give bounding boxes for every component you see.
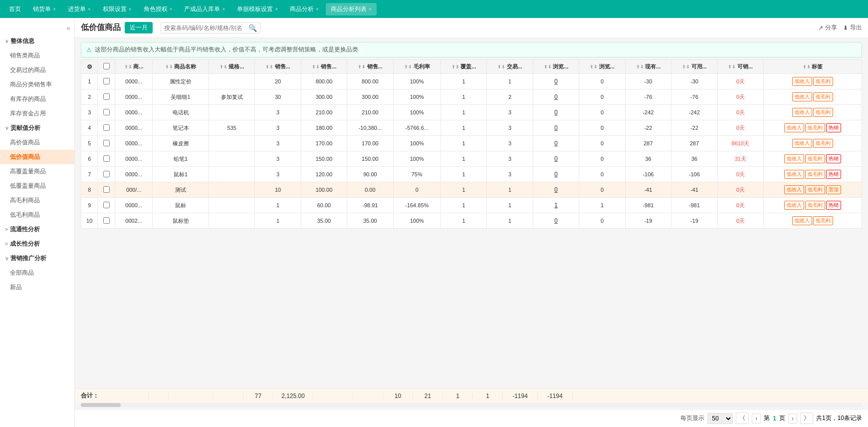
browse1-link[interactable]: 0 <box>554 78 558 85</box>
export-button[interactable]: ⬇ 导出 <box>843 23 862 32</box>
col-header-spec[interactable]: ⬆⬇ 规格... <box>209 60 254 74</box>
sidebar-item-商品分类销售率[interactable]: 商品分类销售率 <box>0 77 74 92</box>
nav-close-权限设置[interactable]: × <box>129 6 132 12</box>
nav-item-首页[interactable]: 首页 <box>4 3 26 15</box>
col-header-coverage[interactable]: ⬆⬇ 覆盖... <box>440 60 486 74</box>
col-header-sale_price[interactable]: ⬆⬇ 销售... <box>301 60 347 74</box>
first-page-button[interactable]: 《 <box>736 413 749 424</box>
col-header-margin[interactable]: ⬆⬇ 毛利率 <box>393 60 440 74</box>
sidebar-collapse-btn[interactable]: « <box>66 24 70 32</box>
browse1-link[interactable]: 0 <box>554 217 558 224</box>
row-checkbox-5[interactable] <box>103 155 110 162</box>
cell-checkbox[interactable] <box>98 198 115 213</box>
cell-checkbox[interactable] <box>98 213 115 229</box>
sidebar-group-整体信息[interactable]: ∨整体信息 <box>0 34 74 48</box>
nav-close-销货单[interactable]: × <box>53 6 56 12</box>
col-header-checkbox[interactable] <box>98 60 115 74</box>
nav-close-产成品入库单[interactable]: × <box>222 6 225 12</box>
col-header-name[interactable]: ⬆⬇ 商品名称 <box>153 60 209 74</box>
col-header-browse1[interactable]: ⬆⬇ 浏览... <box>533 60 579 74</box>
row-checkbox-1[interactable] <box>103 93 110 100</box>
col-header-settings[interactable]: ⚙ <box>81 60 98 74</box>
nav-close-进货单[interactable]: × <box>88 6 91 12</box>
browse1-link[interactable]: 0 <box>554 171 558 178</box>
row-checkbox-6[interactable] <box>103 171 110 177</box>
cell-browse1[interactable]: 1 <box>533 198 579 213</box>
nav-close-单据模板设置[interactable]: × <box>275 6 278 12</box>
sidebar-item-有库存的商品[interactable]: 有库存的商品 <box>0 92 74 106</box>
nav-item-销货单[interactable]: 销货单× <box>28 3 61 15</box>
sidebar-group-流通性分析[interactable]: >流通性分析 <box>0 222 74 237</box>
share-button[interactable]: ↗ 分享 <box>818 23 837 32</box>
nav-item-商品分析列表[interactable]: 商品分析列表× <box>326 3 377 15</box>
col-header-trade[interactable]: ⬆⬇ 交易... <box>487 60 533 74</box>
cell-checkbox[interactable] <box>98 74 115 89</box>
period-button[interactable]: 近一月 <box>125 22 153 33</box>
sidebar-item-低价值商品[interactable]: 低价值商品 <box>0 150 74 164</box>
sidebar-group-成长性分析[interactable]: >成长性分析 <box>0 237 74 251</box>
browse1-link[interactable]: 0 <box>554 186 558 193</box>
col-header-tags[interactable]: ⬆⬇ 标签 <box>763 60 862 74</box>
cell-checkbox[interactable] <box>98 105 115 120</box>
nav-close-商品分析列表[interactable]: × <box>369 6 372 12</box>
search-input[interactable] <box>164 24 248 31</box>
sidebar-item-全部商品[interactable]: 全部商品 <box>0 266 74 280</box>
nav-close-商品分析[interactable]: × <box>316 6 319 12</box>
cell-checkbox[interactable] <box>98 89 115 105</box>
col-header-sellable[interactable]: ⬆⬇ 可销... <box>717 60 763 74</box>
nav-close-角色授权[interactable]: × <box>170 6 173 12</box>
col-header-sale_amount[interactable]: ⬆⬇ 销售... <box>347 60 393 74</box>
row-checkbox-8[interactable] <box>103 202 110 208</box>
row-checkbox-9[interactable] <box>103 217 110 224</box>
cell-checkbox[interactable] <box>98 151 115 167</box>
scrollbar-thumb[interactable] <box>81 403 121 407</box>
sidebar-item-高覆盖量商品[interactable]: 高覆盖量商品 <box>0 164 74 179</box>
last-page-button[interactable]: 》 <box>800 413 813 424</box>
nav-item-单据模板设置[interactable]: 单据模板设置× <box>232 3 283 15</box>
browse1-link[interactable]: 0 <box>554 140 558 147</box>
sidebar-group-贡献值分析[interactable]: ∨贡献值分析 <box>0 121 74 135</box>
sidebar-item-库存资金占用[interactable]: 库存资金占用 <box>0 106 74 121</box>
sidebar-item-低覆盖量商品[interactable]: 低覆盖量商品 <box>0 179 74 193</box>
nav-item-权限设置[interactable]: 权限设置× <box>98 3 137 15</box>
nav-item-商品分析[interactable]: 商品分析× <box>285 3 324 15</box>
row-checkbox-2[interactable] <box>103 109 110 115</box>
cell-checkbox[interactable] <box>98 136 115 151</box>
cell-checkbox[interactable] <box>98 120 115 136</box>
nav-item-进货单[interactable]: 进货单× <box>63 3 96 15</box>
sidebar-item-新品[interactable]: 新品 <box>0 280 74 295</box>
horizontal-scrollbar[interactable] <box>81 403 862 407</box>
row-checkbox-7[interactable] <box>103 186 110 193</box>
row-checkbox-4[interactable] <box>103 140 110 146</box>
settings-icon[interactable]: ⚙ <box>87 63 92 70</box>
col-header-code[interactable]: ⬆⬇ 商... <box>115 60 153 74</box>
nav-item-产成品入库单[interactable]: 产成品入库单× <box>179 3 230 15</box>
cell-checkbox[interactable] <box>98 167 115 182</box>
row-checkbox-0[interactable] <box>103 78 110 84</box>
footer-sale-qty: 77 <box>243 393 273 400</box>
browse1-link[interactable]: 0 <box>554 155 558 162</box>
select-all-checkbox[interactable] <box>103 63 110 69</box>
prev-page-button[interactable]: ‹ <box>752 414 761 424</box>
row-checkbox-3[interactable] <box>103 124 110 131</box>
nav-item-角色授权[interactable]: 角色授权× <box>139 3 178 15</box>
next-page-button[interactable]: › <box>788 414 797 424</box>
sidebar-item-低毛利商品[interactable]: 低毛利商品 <box>0 208 74 222</box>
sidebar-item-交易过的商品[interactable]: 交易过的商品 <box>0 63 74 77</box>
col-header-available[interactable]: ⬆⬇ 可用... <box>671 60 717 74</box>
browse1-link[interactable]: 0 <box>554 93 558 100</box>
browse1-link[interactable]: 0 <box>554 109 558 116</box>
cell-sellable-days: 0天 <box>717 120 763 136</box>
browse1-link[interactable]: 0 <box>554 124 558 131</box>
browse1-link[interactable]: 1 <box>554 202 558 209</box>
col-header-current_stock[interactable]: ⬆⬇ 现有... <box>625 60 671 74</box>
sidebar-group-营销推广分析[interactable]: ∨营销推广分析 <box>0 251 74 266</box>
sidebar-item-高毛利商品[interactable]: 高毛利商品 <box>0 193 74 208</box>
cell-margin: 75% <box>393 167 440 182</box>
cell-checkbox[interactable] <box>98 182 115 198</box>
col-header-browse2[interactable]: ⬆⬇ 浏览... <box>579 60 625 74</box>
col-header-sale_qty[interactable]: ⬆⬇ 销售... <box>255 60 301 74</box>
page-size-select[interactable]: 50 100 <box>707 413 733 424</box>
sidebar-item-销售类商品[interactable]: 销售类商品 <box>0 48 74 63</box>
sidebar-item-高价值商品[interactable]: 高价值商品 <box>0 135 74 150</box>
